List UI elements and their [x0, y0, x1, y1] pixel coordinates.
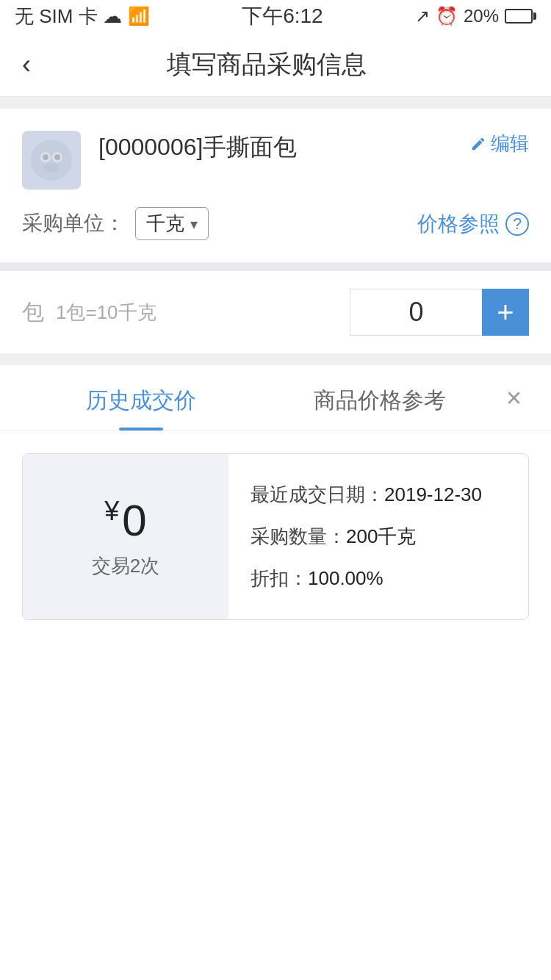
nav-bar: ‹ 填写商品采购信息	[0, 32, 551, 97]
history-card-left: ¥0 交易2次	[23, 454, 228, 619]
svg-point-4	[54, 154, 60, 160]
price-ref-label: 价格参照	[417, 210, 500, 238]
tab-price-ref-label: 商品价格参考	[314, 388, 446, 412]
detail-qty-label: 采购数量：	[251, 525, 346, 547]
alarm-icon: ⏰	[436, 6, 458, 26]
back-button[interactable]: ‹	[22, 49, 31, 80]
detail-qty-value: 200千克	[346, 525, 416, 547]
history-card-right: 最近成交日期：2019-12-30 采购数量：200千克 折扣：100.00%	[228, 454, 528, 619]
package-icon: 包	[22, 298, 44, 328]
tab-history-price[interactable]: 历史成交价	[22, 365, 260, 430]
history-detail-date: 最近成交日期：2019-12-30	[251, 480, 506, 509]
history-detail-quantity: 采购数量：200千克	[251, 522, 506, 551]
status-left: 无 SIM 卡 ☁ 📶	[15, 4, 150, 29]
bottom-space	[0, 642, 551, 980]
wifi-icon: 📶	[128, 6, 150, 26]
status-time: 下午6:12	[242, 2, 323, 30]
product-info: [0000006]手撕面包	[22, 131, 297, 190]
product-name-container: [0000006]手撕面包	[98, 131, 297, 164]
unit-select[interactable]: 千克 ▾	[135, 207, 209, 240]
detail-date-label: 最近成交日期：	[251, 483, 384, 505]
history-detail-discount: 折扣：100.00%	[251, 564, 506, 593]
page-title: 填写商品采购信息	[46, 48, 488, 82]
status-bar: 无 SIM 卡 ☁ 📶 下午6:12 ↗ ⏰ 20%	[0, 0, 551, 32]
battery-percent: 20%	[464, 6, 499, 26]
detail-date-value: 2019-12-30	[384, 483, 482, 505]
detail-discount-value: 100.00%	[308, 567, 383, 589]
product-card: [0000006]手撕面包 编辑 采购单位： 千克 ▾ 价格参照 ?	[0, 109, 551, 262]
edit-label: 编辑	[491, 131, 529, 156]
chevron-down-icon: ▾	[190, 215, 198, 233]
quantity-row: 包 1包=10千克 0 +	[0, 271, 551, 353]
edit-icon	[470, 136, 486, 152]
status-right: ↗ ⏰ 20%	[415, 6, 536, 26]
svg-point-5	[44, 163, 59, 172]
divider-1	[0, 262, 551, 271]
detail-discount-label: 折扣：	[251, 567, 308, 589]
unit-value: 千克	[146, 211, 184, 237]
tab-row: 历史成交价 商品价格参考 ×	[0, 365, 551, 431]
price-symbol: ¥	[104, 496, 119, 526]
battery-body	[505, 9, 533, 24]
battery-icon	[505, 9, 536, 24]
price-value: 0	[122, 496, 146, 545]
trade-count: 交易2次	[92, 553, 159, 579]
price-ref-button[interactable]: 价格参照 ?	[417, 210, 529, 238]
edit-button[interactable]: 编辑	[470, 131, 529, 156]
thumbnail-svg	[29, 138, 73, 182]
history-card: ¥0 交易2次 最近成交日期：2019-12-30 采购数量：200千克 折扣：…	[22, 453, 529, 620]
sim-label: 无 SIM 卡 ☁	[15, 4, 122, 29]
product-thumbnail	[22, 131, 81, 190]
product-unit-row: 采购单位： 千克 ▾ 价格参照 ?	[22, 207, 529, 240]
product-header: [0000006]手撕面包 编辑	[22, 131, 529, 190]
tab-close-button[interactable]: ×	[499, 368, 529, 428]
product-name: [0000006]手撕面包	[98, 131, 297, 164]
svg-point-3	[43, 154, 48, 160]
quantity-display[interactable]: 0	[350, 289, 482, 336]
unit-left: 采购单位： 千克 ▾	[22, 207, 209, 240]
package-conversion: 1包=10千克	[56, 300, 156, 325]
svg-point-0	[31, 140, 72, 181]
location-icon: ↗	[415, 6, 430, 26]
battery-tip	[533, 12, 536, 20]
quantity-unit-info: 包 1包=10千克	[22, 298, 156, 328]
unit-label: 采购单位：	[22, 212, 125, 234]
question-icon: ?	[505, 212, 529, 236]
history-section: ¥0 交易2次 最近成交日期：2019-12-30 采购数量：200千克 折扣：…	[0, 431, 551, 642]
quantity-plus-button[interactable]: +	[482, 289, 529, 336]
tab-product-price-ref[interactable]: 商品价格参考	[260, 365, 498, 430]
history-price: ¥0	[104, 495, 146, 546]
tab-history-label: 历史成交价	[86, 388, 196, 412]
quantity-input-group: 0 +	[350, 289, 529, 336]
